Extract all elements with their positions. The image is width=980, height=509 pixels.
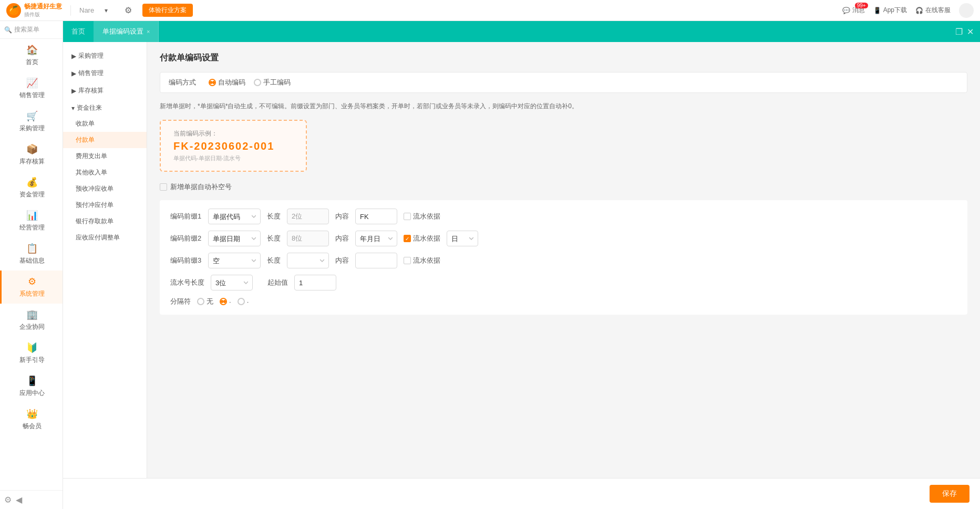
sidebar-item-newguide[interactable]: 🔰 新手引导 (0, 337, 63, 370)
prefix3-serial-checkbox[interactable] (404, 257, 411, 264)
sub-sidebar-item-expense[interactable]: 费用支出单 (63, 148, 147, 164)
prefix1-serial-follow[interactable]: 流水依据 (404, 212, 440, 221)
prefix3-label: 编码前缀3 (170, 256, 202, 265)
prefix2-label: 编码前缀2 (170, 234, 202, 243)
sub-sidebar-title-purchase[interactable]: ▶ 采购管理 (63, 48, 147, 64)
prefix2-content-label: 内容 (335, 234, 349, 243)
content-area: ▶ 采购管理 ▶ 销售管理 ▶ 库存核算 (63, 42, 980, 509)
sub-sidebar-title-inventory[interactable]: ▶ 库存核算 (63, 83, 147, 98)
sidebar-search[interactable]: 🔍 搜索菜单 (0, 21, 63, 39)
prefix2-select[interactable]: 单据日期 单据代码 部门 业务员 空 (208, 231, 261, 246)
sidebar-collapse-icon[interactable]: ◀ (16, 495, 22, 505)
prefix2-content-select[interactable]: 年月日 年月 年 (355, 231, 397, 246)
start-value-input[interactable] (294, 275, 336, 290)
auto-encode-radio[interactable]: 自动编码 (209, 78, 245, 87)
auto-encode-radio-dot (209, 79, 216, 86)
app-download-btn[interactable]: 📱 App下载 (873, 6, 907, 15)
separator-row: 分隔符 无 · · (170, 297, 957, 306)
message-icon: 💬 (842, 7, 850, 14)
sidebar-item-home[interactable]: 🏠 首页 (0, 39, 63, 72)
operations-icon: 📊 (26, 210, 38, 221)
sub-sidebar-item-advance-receivable[interactable]: 预收冲应收单 (63, 181, 147, 197)
page-content: 付款单编码设置 编码方式 自动编码 手工编码 (147, 42, 980, 478)
dropdown-btn[interactable]: ▾ (98, 5, 114, 16)
trial-btn[interactable]: 体验行业方案 (142, 4, 193, 17)
prefix1-serial-checkbox[interactable] (404, 213, 411, 220)
tab-home[interactable]: 首页 (63, 21, 94, 42)
save-button[interactable]: 保存 (930, 485, 969, 503)
sidebar-item-enterprise[interactable]: 🏢 企业协同 (0, 304, 63, 337)
autofill-checkbox[interactable] (160, 183, 167, 191)
prefix3-serial-follow[interactable]: 流水依据 (404, 256, 440, 265)
sidebar-item-capital[interactable]: 💰 资金管理 (0, 171, 63, 204)
sidebar-item-appcenter[interactable]: 📱 应用中心 (0, 370, 63, 403)
sidebar-item-inventory[interactable]: 📦 库存核算 (0, 138, 63, 171)
chevron-right-icon-inventory: ▶ (71, 87, 76, 95)
sidebar-item-system[interactable]: ⚙ 系统管理 (0, 271, 63, 304)
user-name[interactable]: Nare (79, 6, 94, 14)
sub-sidebar-title-sales[interactable]: ▶ 销售管理 (63, 66, 147, 81)
message-badge: 99+ (855, 3, 868, 8)
form-section: 编码前缀1 单据代码 单据日期 部门 业务员 空 长度 内容 (160, 200, 967, 315)
sub-sidebar-item-receipt[interactable]: 收款单 (63, 116, 147, 132)
sidebar-item-purchase[interactable]: 🛒 采购管理 (0, 105, 63, 138)
tabbar-maximize-btn[interactable]: ❐ (955, 27, 963, 37)
start-value-label: 起始值 (267, 278, 288, 287)
sidebar-item-operations[interactable]: 📊 经营管理 (0, 204, 63, 237)
user-avatar[interactable] (959, 3, 974, 18)
topbar-divider (70, 5, 71, 16)
search-icon: 🔍 (4, 26, 12, 34)
prefix3-content-input[interactable] (355, 253, 397, 268)
prefix2-period-select[interactable]: 日 月 年 (447, 231, 478, 246)
prefix1-content-input[interactable] (355, 209, 397, 224)
download-icon: 📱 (873, 7, 881, 14)
tabbar-close-btn[interactable]: ✕ (967, 27, 974, 37)
sub-sidebar-item-ap-adjust[interactable]: 应收应付调整单 (63, 230, 147, 246)
sub-sidebar-group-capital: ▾ 资金往来 收款单 付款单 费用支出单 其他收入单 预收冲应收单 预付冲应付单… (63, 100, 147, 246)
prefix2-serial-follow[interactable]: ✓ 流水依据 (404, 234, 440, 243)
app-logo: 🍊 畅捷通好生意 插件版 (6, 2, 62, 18)
sub-sidebar-item-payment[interactable]: 付款单 (63, 132, 147, 148)
separator-none-radio[interactable]: 无 (197, 297, 213, 306)
prefix1-select[interactable]: 单据代码 单据日期 部门 业务员 空 (208, 209, 261, 224)
tab-close-serial-settings[interactable]: × (147, 28, 150, 35)
manual-encode-radio-dot (254, 79, 261, 86)
autofill-checkbox-row: 新增单据自动补空号 (160, 182, 967, 192)
chevron-right-icon: ▶ (71, 53, 76, 60)
prefix3-select[interactable]: 空 单据代码 单据日期 部门 业务员 (208, 253, 261, 268)
sidebar-settings-icon[interactable]: ⚙ (4, 495, 12, 505)
prefix3-content-label: 内容 (335, 256, 349, 265)
page-title: 付款单编码设置 (160, 53, 967, 64)
serial-length-select[interactable]: 3位 4位 5位 6位 (211, 275, 253, 290)
enterprise-icon: 🏢 (26, 309, 38, 320)
separator-dash-radio[interactable]: · (238, 298, 249, 306)
message-btn[interactable]: 💬 消息 99+ (842, 6, 865, 15)
prefix2-serial-checkbox[interactable]: ✓ (404, 235, 411, 242)
main-wrapper: 首页 单据编码设置 × ❐ ✕ ▶ 采购管理 ▶ (63, 21, 980, 509)
sidebar-item-basic[interactable]: 📋 基础信息 (0, 237, 63, 271)
code-preview-box: 当前编码示例： FK-20230602-001 单据代码-单据日期-流水号 (160, 120, 307, 172)
manual-encode-radio[interactable]: 手工编码 (254, 78, 291, 87)
separator-dot-radio[interactable]: · (220, 298, 231, 306)
form-row-serial-length: 流水号长度 3位 4位 5位 6位 起始值 (170, 275, 957, 290)
sub-sidebar-item-other-income[interactable]: 其他收入单 (63, 164, 147, 181)
prefix3-length-select[interactable] (287, 253, 329, 268)
sub-sidebar-title-capital[interactable]: ▾ 资金往来 (63, 100, 147, 116)
sidebar-item-member[interactable]: 👑 畅会员 (0, 403, 63, 436)
sidebar-bottom: ⚙ ◀ (0, 490, 63, 509)
prefix2-length-input (287, 231, 329, 246)
sub-sidebar-item-advance-payable[interactable]: 预付冲应付单 (63, 197, 147, 213)
prefix1-content-label: 内容 (335, 212, 349, 221)
separator-dot-dot (220, 298, 227, 305)
sub-sidebar-item-bank-deposit[interactable]: 银行存取款单 (63, 213, 147, 230)
settings-btn[interactable]: ⚙ (118, 3, 138, 17)
inventory-icon: 📦 (26, 143, 38, 155)
separator-none-dot (197, 298, 204, 305)
bottom-bar: 保存 (63, 478, 980, 509)
sidebar-item-sales[interactable]: 📈 销售管理 (0, 72, 63, 105)
online-service-btn[interactable]: 🎧 在线客服 (915, 6, 951, 15)
tab-serial-settings[interactable]: 单据编码设置 × (94, 21, 159, 42)
logo-text: 畅捷通好生意 插件版 (24, 2, 62, 18)
page-wrapper: ▶ 采购管理 ▶ 销售管理 ▶ 库存核算 (63, 42, 980, 478)
form-row-prefix3: 编码前缀3 空 单据代码 单据日期 部门 业务员 长度 内容 (170, 253, 957, 268)
